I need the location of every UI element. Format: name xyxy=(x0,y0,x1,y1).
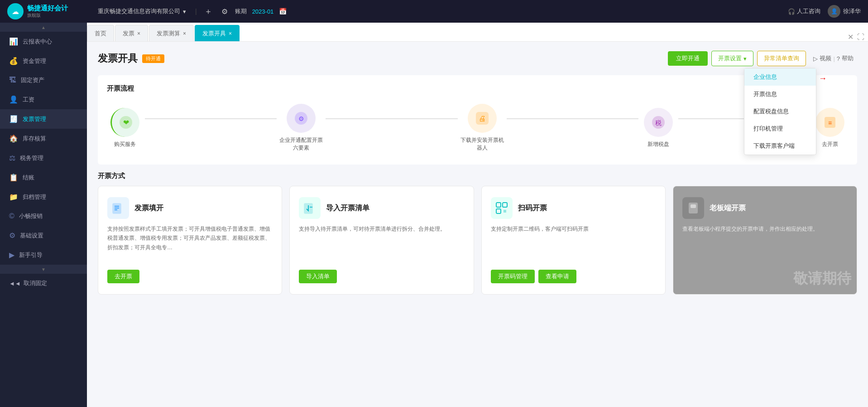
sidebar-item-invoice-mgmt[interactable]: 🧾 发票管理 xyxy=(0,109,87,129)
dropdown-item-download-client[interactable]: 下载开票客户端 xyxy=(744,137,816,155)
method-fill-desc: 支持按照发票样式手工填开发票；可开具增值税电子普通发票、增值税普通发票、增值税专… xyxy=(107,224,273,262)
step-buy-icon: ❤ xyxy=(110,108,139,137)
step-download-label: 下载并安装开票机器人 xyxy=(460,136,505,152)
sidebar-item-settings[interactable]: ⚙ 基础设置 xyxy=(0,226,87,245)
invoice-info-label: 开票信息 xyxy=(753,91,777,97)
method-scan-inner: 扫码开票 支持定制开票二维码，客户端可扫码开票 开票码管理 查看申请 xyxy=(491,197,656,283)
method-fill-inner: 发票填开 支持按照发票样式手工填开发票；可开具增值税电子普通发票、增值税普通发票… xyxy=(107,197,273,283)
top-bar: ☁ 畅捷通好会计 旗舰版 重庆畅捷交通信息咨询有限公司 ▾ | ＋ ⚙ 账期 2… xyxy=(0,0,868,23)
sidebar-label-cloud-report: 云报表中心 xyxy=(23,38,78,46)
sidebar-item-fixed-assets[interactable]: 🏗 固定资产 xyxy=(0,71,87,90)
sidebar-item-tax[interactable]: ⚖ 税务管理 xyxy=(0,148,87,168)
sidebar-item-archive[interactable]: 📁 归档管理 xyxy=(0,187,87,207)
avatar: 👤 xyxy=(828,5,840,18)
sidebar-label-guide: 新手引导 xyxy=(19,251,78,259)
tab-invoice-issue[interactable]: 发票开具 × xyxy=(195,25,240,41)
sidebar-item-inventory[interactable]: 🏠 库存核算 xyxy=(0,129,87,148)
method-card-import: 导入开票清单 支持导入待开票清单，可对待开票清单进行拆分、合并处理。 导入清单 xyxy=(289,186,474,295)
connector-2 xyxy=(326,118,457,119)
cancel-pin-label: 取消固定 xyxy=(24,279,47,287)
svg-text:🖨: 🖨 xyxy=(479,115,486,122)
consult-label: 人工咨询 xyxy=(797,7,820,15)
method-import-actions: 导入清单 xyxy=(299,270,464,283)
tab-invoice-label: 发票 xyxy=(123,29,134,38)
dropdown-item-invoice-info[interactable]: 开票信息 xyxy=(744,86,816,103)
invoice-settings-button[interactable]: 开票设置 ▾ xyxy=(711,51,753,66)
method-import-title: 导入开票清单 xyxy=(326,204,369,213)
import-list-button[interactable]: 导入清单 xyxy=(299,270,337,283)
headphone-icon: 🎧 xyxy=(788,8,795,15)
tab-invoice[interactable]: 发票 × xyxy=(115,25,148,41)
video-button[interactable]: ▷ 视频 | ? 帮助 xyxy=(810,51,857,66)
tabs-right: ✕ ⛶ xyxy=(848,33,868,41)
method-fill-header: 发票填开 xyxy=(107,197,273,219)
settings-icon[interactable]: ⚙ xyxy=(220,5,230,18)
add-company-button[interactable]: ＋ xyxy=(202,4,214,19)
connector-1 xyxy=(145,118,277,119)
top-bar-right: 🎧 人工咨询 👤 徐泽华 xyxy=(788,5,861,18)
dropdown-item-tax-disk[interactable]: 配置税盘信息 xyxy=(744,103,816,120)
calendar-icon[interactable]: 📅 xyxy=(279,8,287,15)
logo-sub: 旗舰版 xyxy=(27,12,68,19)
user-area[interactable]: 👤 徐泽华 xyxy=(828,5,861,18)
sidebar-label-capital: 资金管理 xyxy=(23,57,78,65)
process-section-title: 开票流程 xyxy=(107,84,848,93)
exception-list-button[interactable]: 异常清单查询 xyxy=(757,51,806,66)
sidebar-cancel-pin[interactable]: ◄◄ 取消固定 xyxy=(0,274,87,293)
close-window-btn[interactable]: ✕ xyxy=(848,33,854,41)
page-header: 发票开具 待开通 立即开通 开票设置 ▾ 异常清单查询 ▷ 视频 | xyxy=(98,51,857,66)
step-goinvoice-icon: ≡ xyxy=(815,108,844,137)
expand-window-btn[interactable]: ⛶ xyxy=(857,33,864,41)
svg-rect-10 xyxy=(113,204,121,213)
tab-invoice-calc-label: 发票测算 xyxy=(157,29,180,38)
activate-button[interactable]: 立即开通 xyxy=(668,51,708,66)
tabs-bar: 首页 发票 × 发票测算 × 发票开具 × ✕ ⛶ xyxy=(87,23,868,42)
sidebar-item-account[interactable]: 📋 结账 xyxy=(0,168,87,187)
process-step-taxdisk: 税 新增税盘 xyxy=(640,108,676,148)
capital-icon: 💰 xyxy=(9,57,18,65)
sidebar-scroll-down[interactable]: ▼ xyxy=(0,265,87,274)
main-layout: ▲ 📊 云报表中心 💰 资金管理 🏗 固定资产 👤 工资 🧾 发票管理 🏠 库存… xyxy=(0,23,868,407)
red-arrow-icon: → xyxy=(819,74,827,83)
method-import-header: 导入开票清单 xyxy=(299,197,464,219)
consult-button[interactable]: 🎧 人工咨询 xyxy=(788,7,820,15)
svg-text:≡: ≡ xyxy=(828,119,832,126)
dropdown-item-company-info[interactable]: 企业信息 → xyxy=(744,68,816,86)
dropdown-item-printer[interactable]: 打印机管理 xyxy=(744,120,816,137)
process-step-download: 🖨 下载并安装开票机器人 xyxy=(460,104,505,152)
play-icon: ▷ xyxy=(813,55,818,62)
sidebar-label-account: 结账 xyxy=(23,174,78,182)
logo-text: 畅捷通好会计 xyxy=(27,4,68,12)
sidebar-label-fixed-assets: 固定资产 xyxy=(21,76,78,84)
step-config-label: 企业开通配置开票六要素 xyxy=(278,136,324,152)
view-apply-button[interactable]: 查看申请 xyxy=(538,270,576,283)
pin-icon: ◄◄ xyxy=(9,280,21,287)
sidebar-item-guide[interactable]: ▶ 新手引导 xyxy=(0,245,87,265)
process-step-goinvoice: ≡ 去开票 xyxy=(812,108,848,148)
dropdown-icon: ▾ xyxy=(183,8,186,15)
sidebar-scroll-up[interactable]: ▲ xyxy=(0,23,87,32)
method-fill-actions: 去开票 xyxy=(107,270,273,283)
tab-invoice-close[interactable]: × xyxy=(137,30,140,37)
page-content: 发票开具 待开通 立即开通 开票设置 ▾ 异常清单查询 ▷ 视频 | xyxy=(87,42,868,407)
method-scan-actions: 开票码管理 查看申请 xyxy=(491,270,656,283)
tab-home[interactable]: 首页 xyxy=(87,25,114,41)
tax-icon: ⚖ xyxy=(9,154,15,162)
tab-invoice-calc[interactable]: 发票测算 × xyxy=(149,25,194,41)
qr-mgmt-button[interactable]: 开票码管理 xyxy=(491,270,535,283)
company-selector[interactable]: 重庆畅捷交通信息咨询有限公司 ▾ xyxy=(94,5,190,17)
sidebar-item-xiaochangbao[interactable]: © 小畅报销 xyxy=(0,207,87,226)
go-invoice-button[interactable]: 去开票 xyxy=(107,270,139,283)
tab-invoice-calc-close[interactable]: × xyxy=(183,30,186,37)
method-scan-icon xyxy=(491,197,513,219)
sidebar-item-cloud-report[interactable]: 📊 云报表中心 xyxy=(0,32,87,51)
svg-rect-17 xyxy=(503,203,507,207)
invoice-methods-grid: 发票填开 支持按照发票样式手工填开发票；可开具增值税电子普通发票、增值税普通发票… xyxy=(98,186,857,295)
status-badge: 待开通 xyxy=(142,54,164,63)
step-config-icon: ⚙ xyxy=(287,104,316,133)
user-name: 徐泽华 xyxy=(843,7,861,15)
process-step-buy: ❤ 购买服务 xyxy=(107,108,143,148)
tab-invoice-issue-close[interactable]: × xyxy=(229,30,232,37)
sidebar-item-salary[interactable]: 👤 工资 xyxy=(0,90,87,109)
sidebar-item-capital[interactable]: 💰 资金管理 xyxy=(0,51,87,71)
